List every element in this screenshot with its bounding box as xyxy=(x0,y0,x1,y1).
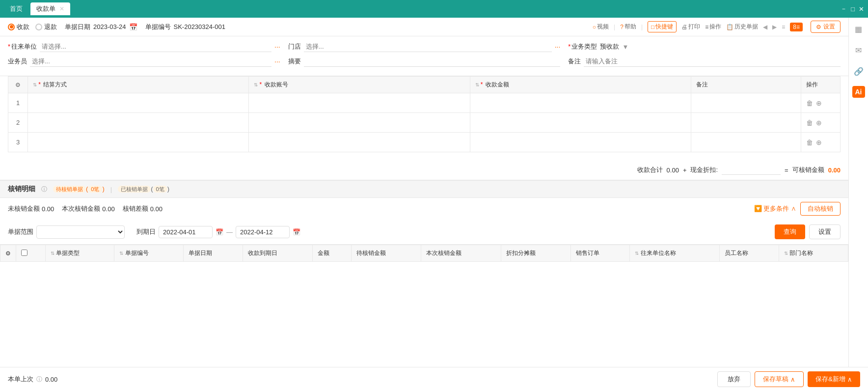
search-filter-area: 单据范围 到期日 📅 — 📅 查询 设置 xyxy=(0,220,848,245)
setting-button[interactable]: ⚙ 设置 xyxy=(811,21,841,33)
receipt-table-area: ⚙ ⇅ * 结算方式 ⇅ * 收款账号 ⇅ xyxy=(0,76,848,160)
cell-account-3[interactable] xyxy=(249,133,470,152)
store-field: 门店 ··· xyxy=(288,41,561,52)
print-btn[interactable]: 🖨 打印 xyxy=(681,23,700,31)
cell-amount-1[interactable] xyxy=(470,93,691,113)
discount-input[interactable] xyxy=(722,165,781,175)
close-btn[interactable]: ✕ xyxy=(859,5,864,13)
panel-ai-icon[interactable]: Ai xyxy=(852,86,865,98)
col-amount: 金额 xyxy=(312,245,351,262)
col-payment-method: ⇅ * 结算方式 xyxy=(28,77,249,93)
col-amount: ⇅ * 收款金额 xyxy=(470,77,691,93)
more-conditions-btn[interactable]: 🔽 更多条件 ∧ xyxy=(754,204,796,213)
shortcut-btn[interactable]: □ 快捷键 xyxy=(648,21,677,32)
note-input[interactable] xyxy=(584,56,841,67)
date-from-input[interactable] xyxy=(159,226,213,238)
col-sales-order: 销售订单 xyxy=(570,245,630,262)
business-type-dropdown-icon[interactable]: ▼ xyxy=(622,43,628,51)
col-action: 操作 xyxy=(801,77,841,93)
delete-row-2-icon[interactable]: 🗑 xyxy=(806,119,813,127)
panel-table-icon[interactable]: ▦ xyxy=(853,23,864,36)
maximize-btn[interactable]: □ xyxy=(851,5,855,13)
col-dept-name: ⇅ 部门名称 xyxy=(779,245,848,262)
date-field: 单据日期 2023-03-24 📅 xyxy=(65,23,137,31)
receipt-table: ⚙ ⇅ * 结算方式 ⇅ * 收款账号 ⇅ xyxy=(8,76,841,152)
layout-toggle[interactable]: 8≡ xyxy=(790,23,803,31)
radio-receipt-circle xyxy=(8,24,15,30)
minimize-btn[interactable]: － xyxy=(841,4,847,13)
radio-receipt[interactable]: 收款 xyxy=(8,23,29,31)
range-select[interactable] xyxy=(36,225,125,239)
copy-row-1-icon[interactable]: ⊕ xyxy=(816,99,822,107)
settings-col-icon[interactable]: ⚙ xyxy=(5,250,11,257)
cell-amount-2[interactable] xyxy=(470,113,691,133)
draft-dropdown-icon[interactable]: ∧ xyxy=(790,376,795,383)
section-title: 核销明细 xyxy=(8,185,35,194)
discard-button[interactable]: 放弃 xyxy=(717,371,751,387)
copy-row-2-icon[interactable]: ⊕ xyxy=(816,119,822,127)
row-number: 3 xyxy=(8,133,28,152)
date-to-input[interactable] xyxy=(236,226,290,238)
operations-btn[interactable]: ≡ 操作 xyxy=(705,23,721,31)
bottom-table-area: ⚙ ⇅ 单据类型 ⇅ 单据编号 xyxy=(0,245,848,291)
info-icon[interactable]: ⓘ xyxy=(36,375,42,384)
history-btn[interactable]: 📋 历史单据 xyxy=(726,23,758,31)
bottom-right: 放弃 保存草稿 ∧ 保存&新增 ∧ xyxy=(717,371,860,387)
bottom-table: ⚙ ⇅ 单据类型 ⇅ 单据编号 xyxy=(0,245,848,262)
row-number: 1 xyxy=(8,93,28,113)
cell-payment-method-2[interactable] xyxy=(28,113,249,133)
discount-label: 现金折扣: xyxy=(690,166,718,174)
cell-note-3[interactable] xyxy=(691,133,801,152)
verified-tab[interactable]: 已核销单据(0笔) xyxy=(118,185,169,193)
save-new-button[interactable]: 保存&新增 ∧ xyxy=(808,371,860,387)
save-new-dropdown-icon[interactable]: ∧ xyxy=(847,376,852,383)
col-note: 备注 xyxy=(691,77,801,93)
store-input[interactable] xyxy=(304,41,552,52)
nav-tab-receipt[interactable]: 收款单 ✕ xyxy=(30,2,70,15)
counterparty-input[interactable] xyxy=(40,41,271,52)
nav-home[interactable]: 首页 xyxy=(4,2,28,15)
table-row: 2 🗑 ⊕ xyxy=(8,113,841,133)
cell-payment-method-1[interactable] xyxy=(28,93,249,113)
counterparty-more-icon[interactable]: ··· xyxy=(274,43,280,51)
calendar-from-icon[interactable]: 📅 xyxy=(216,228,223,236)
select-all-checkbox[interactable] xyxy=(21,250,27,256)
close-tab-icon[interactable]: ✕ xyxy=(59,5,64,12)
col-staff-name: 员工名称 xyxy=(720,245,779,262)
video-btn[interactable]: ○ 视频 xyxy=(593,23,609,31)
panel-link-icon[interactable]: 🔗 xyxy=(852,65,866,78)
store-more-icon[interactable]: ··· xyxy=(555,43,561,51)
delete-row-3-icon[interactable]: 🗑 xyxy=(806,139,813,146)
help-btn[interactable]: ? 帮助 xyxy=(620,23,636,31)
cell-account-1[interactable] xyxy=(249,93,470,113)
staff-more-icon[interactable]: ··· xyxy=(274,57,280,65)
result-value: 0.00 xyxy=(828,167,841,174)
calendar-to-icon[interactable]: 📅 xyxy=(293,228,300,236)
total-value: 0.00 xyxy=(667,167,679,174)
auto-cancel-button[interactable]: 自动核销 xyxy=(800,202,841,216)
settings2-button[interactable]: 设置 xyxy=(809,224,841,239)
number-field: 单据编号 SK-20230324-001 xyxy=(145,23,226,31)
radio-refund[interactable]: 退款 xyxy=(35,23,57,31)
pending-tab[interactable]: 待核销单据(0笔) xyxy=(53,185,105,193)
summary-input[interactable] xyxy=(304,56,561,67)
col-pending-amount: 待核销金额 xyxy=(351,245,421,262)
cell-payment-method-3[interactable] xyxy=(28,133,249,152)
copy-row-3-icon[interactable]: ⊕ xyxy=(816,139,822,146)
staff-field: 业务员 ··· xyxy=(8,56,280,67)
cell-amount-3[interactable] xyxy=(470,133,691,152)
cell-note-1[interactable] xyxy=(691,93,801,113)
delete-row-1-icon[interactable]: 🗑 xyxy=(806,99,813,107)
section-info-icon[interactable]: ⓘ xyxy=(41,185,47,194)
calendar-icon[interactable]: 📅 xyxy=(129,23,137,31)
radio-refund-circle xyxy=(35,24,42,30)
table-settings-icon[interactable]: ⚙ xyxy=(15,82,21,88)
staff-input[interactable] xyxy=(30,56,271,67)
panel-email-icon[interactable]: ✉ xyxy=(853,44,864,57)
cell-account-2[interactable] xyxy=(249,113,470,133)
query-button[interactable]: 查询 xyxy=(775,224,805,239)
cell-note-2[interactable] xyxy=(691,113,801,133)
toolbar-actions: ○ 视频 | ? 帮助 | □ 快捷键 🖨 打印 ≡ xyxy=(593,21,803,32)
result-label: 可核销金额 xyxy=(792,166,824,174)
save-draft-button[interactable]: 保存草稿 ∧ xyxy=(755,371,804,387)
